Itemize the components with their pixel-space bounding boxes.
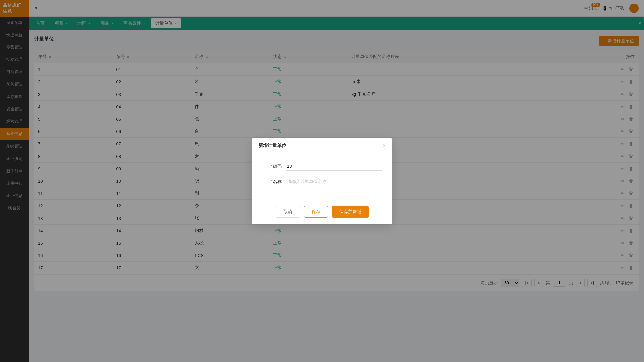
code-label: 编码: [262, 163, 282, 169]
name-input[interactable]: [286, 177, 382, 186]
modal-overlay: 新增计量单位 × 编码 名称 取消 保存 保存并新增: [0, 0, 644, 362]
modal-close-button[interactable]: ×: [383, 143, 386, 149]
modal-footer: 取消 保存 保存并新增: [252, 201, 392, 224]
add-unit-modal: 新增计量单位 × 编码 名称 取消 保存 保存并新增: [252, 138, 392, 224]
save-button[interactable]: 保存: [304, 206, 328, 218]
code-input[interactable]: [286, 162, 382, 171]
save-and-new-button[interactable]: 保存并新增: [332, 206, 369, 218]
form-item-code: 编码: [262, 162, 382, 171]
modal-title: 新增计量单位: [258, 143, 286, 149]
modal-header: 新增计量单位 ×: [252, 138, 392, 154]
name-label: 名称: [262, 179, 282, 185]
form-item-name: 名称: [262, 177, 382, 186]
modal-body: 编码 名称: [252, 154, 392, 201]
cancel-button[interactable]: 取消: [276, 206, 300, 218]
